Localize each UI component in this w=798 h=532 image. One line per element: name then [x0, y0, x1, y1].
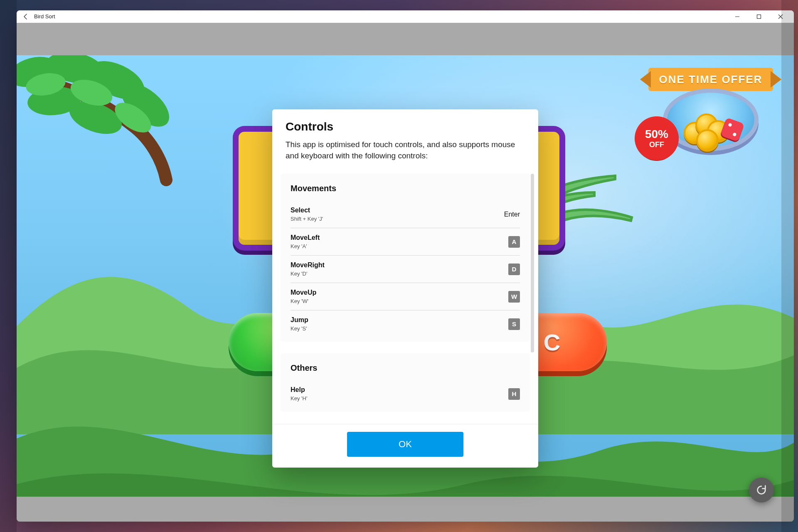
control-row-select: Select Shift + Key 'J' Enter: [291, 201, 520, 228]
offer-discount-badge: 50% OFF: [636, 118, 677, 159]
modal-description: This app is optimised for touch controls…: [286, 139, 525, 161]
maximize-icon: [756, 14, 761, 19]
close-button[interactable]: [770, 10, 791, 23]
control-key-box: H: [508, 388, 520, 400]
bottom-bar-placeholder: [17, 497, 794, 522]
control-row-moveright: MoveRight Key 'D' D: [291, 256, 520, 283]
control-row-moveleft: MoveLeft Key 'A' A: [291, 228, 520, 256]
control-hint: Shift + Key 'J': [291, 216, 323, 222]
desktop-background: Bird Sort: [0, 0, 798, 532]
control-hint: Key 'H': [291, 395, 307, 401]
control-key-box: S: [508, 318, 520, 330]
control-key-text: Enter: [504, 211, 520, 218]
control-name: Select: [291, 207, 323, 214]
offer-plate: [663, 89, 759, 151]
control-name: MoveLeft: [291, 234, 320, 241]
section-others: Others Help Key 'H' H: [281, 353, 530, 411]
control-name: Help: [291, 386, 307, 394]
titlebar: Bird Sort: [17, 10, 794, 23]
control-key-box: D: [508, 264, 520, 275]
offer-banner: ONE TIME OFFER: [648, 68, 773, 91]
arrow-left-icon: [22, 13, 29, 20]
minimize-button[interactable]: [727, 10, 748, 23]
one-time-offer-widget[interactable]: ONE TIME OFFER 50% OFF: [648, 68, 773, 159]
minimize-icon: [735, 14, 740, 19]
control-key-box: W: [508, 291, 520, 303]
back-button[interactable]: [19, 10, 32, 23]
control-name: Jump: [291, 316, 308, 324]
window-title: Bird Sort: [34, 13, 55, 20]
modal-scroll-area[interactable]: Movements Select Shift + Key 'J' Enter M…: [281, 174, 530, 423]
control-key-box: A: [508, 236, 520, 248]
control-hint: Key 'A': [291, 243, 320, 249]
offer-percent: 50%: [645, 128, 668, 140]
modal-title: Controls: [286, 120, 525, 133]
control-name: MoveUp: [291, 289, 316, 296]
control-row-jump: Jump Key 'S' S: [291, 310, 520, 332]
refresh-icon: [756, 484, 767, 496]
control-name: MoveRight: [291, 261, 325, 269]
section-title: Others: [291, 363, 520, 373]
control-row-moveup: MoveUp Key 'W' W: [291, 283, 520, 310]
refresh-fab[interactable]: [749, 478, 774, 502]
toolbar-placeholder: [17, 23, 794, 55]
maximize-button[interactable]: [748, 10, 770, 23]
section-movements: Movements Select Shift + Key 'J' Enter M…: [281, 174, 530, 342]
leaves-art: [17, 55, 183, 188]
close-icon: [778, 14, 783, 19]
section-title: Movements: [291, 184, 520, 193]
controls-modal: Controls This app is optimised for touch…: [272, 109, 538, 468]
dice-art: [720, 118, 745, 142]
control-hint: Key 'W': [291, 298, 316, 304]
game-viewport: RT C C ONE TIME OFFER: [17, 55, 794, 522]
svg-rect-0: [757, 15, 761, 18]
scrollbar-thumb[interactable]: [531, 174, 534, 352]
app-window: Bird Sort: [17, 10, 794, 522]
control-hint: Key 'D': [291, 271, 325, 277]
ok-button[interactable]: OK: [347, 432, 463, 457]
control-hint: Key 'S': [291, 325, 308, 332]
control-row-help: Help Key 'H' H: [291, 380, 520, 402]
offer-off-label: OFF: [649, 141, 664, 148]
